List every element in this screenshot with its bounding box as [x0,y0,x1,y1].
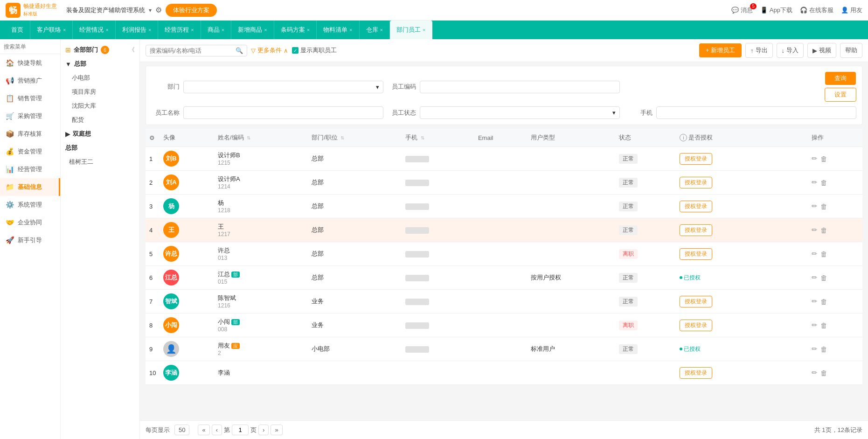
auth-login-button[interactable]: 授权登录 [680,177,712,188]
dept-item-double-think[interactable]: ▶ 双庭想 [61,127,139,141]
dept-item-plant-king[interactable]: 植树王二 [61,155,139,169]
export-button[interactable]: ↑ 导出 [745,43,773,58]
navtab-goods[interactable]: 商品 × [201,21,231,39]
auth-login-button[interactable]: 授权登录 [680,320,712,331]
dept-item-projectroom[interactable]: 项目库房 [61,85,139,99]
sidebar-item-basic-info[interactable]: 📁 基础信息 [0,178,60,196]
delete-button[interactable]: 🗑 [820,179,827,187]
auth-login-button[interactable]: 授权登录 [680,367,712,379]
sidebar-item-marketing[interactable]: 📢 营销推广 [0,72,60,90]
edit-button[interactable]: ✏ [812,178,818,187]
edit-button[interactable]: ✏ [812,202,818,210]
edit-button[interactable]: ✏ [812,273,818,282]
delete-button[interactable]: 🗑 [820,274,827,282]
filter-empcode-input[interactable] [420,81,620,93]
sort-icon-name[interactable]: ⇅ [247,135,250,140]
settings-button[interactable]: 设置 [825,88,856,102]
dept-count-badge[interactable]: 6 [101,46,109,54]
user-info[interactable]: 👤 用友 [841,6,862,14]
auth-info-icon[interactable]: i [680,134,687,141]
row-spacer [771,314,808,337]
system-dropdown[interactable]: ▾ [149,7,152,14]
trial-button[interactable]: 体验行业方案 [166,4,217,17]
app-download-label: App下载 [770,6,792,14]
edit-button[interactable]: ✏ [812,226,818,234]
navtab-business[interactable]: 经营情况 × [73,21,115,39]
message-button[interactable]: 💬 5 消息 [731,6,753,14]
edit-button[interactable]: ✏ [812,369,818,377]
auth-login-button[interactable]: 授权登录 [680,224,712,236]
filter-dept-select[interactable]: ▾ [183,81,383,93]
filter-status-select[interactable]: ▾ [420,106,620,119]
navtab-warehouse[interactable]: 仓库 × [360,21,390,39]
navtab-barcode[interactable]: 条码方案 × [274,21,317,39]
query-button[interactable]: 查询 [825,72,856,85]
dept-item-general[interactable]: ▼ 总部 [61,57,139,71]
navtab-home[interactable]: 首页 [5,21,30,39]
filter-phone-input[interactable] [656,106,856,119]
sidebar-item-enterprise[interactable]: 🤝 企业协同 [0,214,60,231]
view-button[interactable]: ▶ 视频 [807,43,836,58]
more-filters-button[interactable]: ▽ 更多条件 ∧ [251,46,288,55]
auth-login-button[interactable]: 授权登录 [680,153,712,165]
edit-button[interactable]: ✏ [812,297,818,306]
next-page-button[interactable]: › [258,425,269,435]
import-button[interactable]: ↓ 导入 [777,43,804,58]
help-button[interactable]: 帮助 [840,43,862,58]
search-input[interactable] [150,47,234,54]
page-number-input[interactable] [232,425,249,435]
auth-login-button[interactable]: 授权登录 [680,201,712,212]
add-employee-button[interactable]: + 新增员工 [699,43,742,57]
page-size-select[interactable]: 50 [174,425,189,435]
sidebar-item-stock[interactable]: 📦 库存核算 [0,125,60,143]
dept-item-xiaodibu[interactable]: 小电部 [61,71,139,85]
sort-icon-phone[interactable]: ⇅ [421,135,424,140]
show-resigned-label: 显示离职员工 [300,46,337,55]
sort-icon-dept[interactable]: ⇅ [340,135,344,140]
auth-login-button[interactable]: 授权登录 [680,296,712,307]
settings-button[interactable]: ⚙ [155,6,162,14]
navtab-customer[interactable]: 客户联络 × [30,21,73,39]
navtab-add-goods[interactable]: 新增商品 × [231,21,274,39]
online-service-button[interactable]: 🎧 在线客服 [800,6,833,14]
app-download-button[interactable]: 📱 App下载 [760,6,792,14]
import-label: 导入 [786,46,799,55]
sidebar-search-input[interactable] [4,43,61,50]
dept-collapse-button[interactable]: 《 [129,46,135,54]
delete-button[interactable]: 🗑 [820,155,827,163]
col-settings[interactable]: ⚙ [146,129,160,147]
edit-button[interactable]: ✏ [812,154,818,163]
delete-button[interactable]: 🗑 [820,202,827,210]
sidebar-item-system[interactable]: ⚙️ 系统管理 [0,196,60,214]
delete-button[interactable]: 🗑 [820,321,827,329]
dept-item-distribution[interactable]: 配货 [61,113,139,127]
navtab-profit[interactable]: 利润报告 × [116,21,158,39]
navtab-dept-employee[interactable]: 部门员工 × [390,21,432,39]
edit-button[interactable]: ✏ [812,345,818,353]
sidebar-item-purchase[interactable]: 🛒 采购管理 [0,107,60,125]
dept-item-shenyang[interactable]: 沈阳大库 [61,99,139,113]
auth-login-button[interactable]: 授权登录 [680,248,712,260]
edit-button[interactable]: ✏ [812,321,818,329]
prev-page-button[interactable]: ‹ [212,425,222,435]
filter-empname-input[interactable] [183,106,383,119]
dept-item-headquarters[interactable]: 总部 [61,141,139,155]
sidebar-item-finance[interactable]: 💰 资金管理 [0,143,60,160]
sidebar-item-new-guide[interactable]: 🚀 新手引导 [0,231,60,249]
delete-button[interactable]: 🗑 [820,345,827,353]
delete-button[interactable]: 🗑 [820,369,827,377]
sidebar-item-operation[interactable]: 📊 经营管理 [0,160,60,178]
name-code-block: 小闯部 008 [218,318,304,333]
sidebar-item-sales[interactable]: 📋 销售管理 [0,90,60,107]
delete-button[interactable]: 🗑 [820,226,827,234]
navtab-material[interactable]: 物料清单 × [317,21,359,39]
delete-button[interactable]: 🗑 [820,250,827,258]
show-resigned-toggle[interactable]: ✓ 显示离职员工 [292,46,337,55]
first-page-button[interactable]: « [198,425,209,435]
last-page-button[interactable]: » [271,425,282,435]
delete-button[interactable]: 🗑 [820,298,827,306]
navtab-history[interactable]: 经营历程 × [158,21,201,39]
sidebar-item-label: 库存核算 [18,130,42,138]
edit-button[interactable]: ✏ [812,250,818,258]
sidebar-item-quick-nav[interactable]: 🏠 快捷导航 [0,54,60,72]
